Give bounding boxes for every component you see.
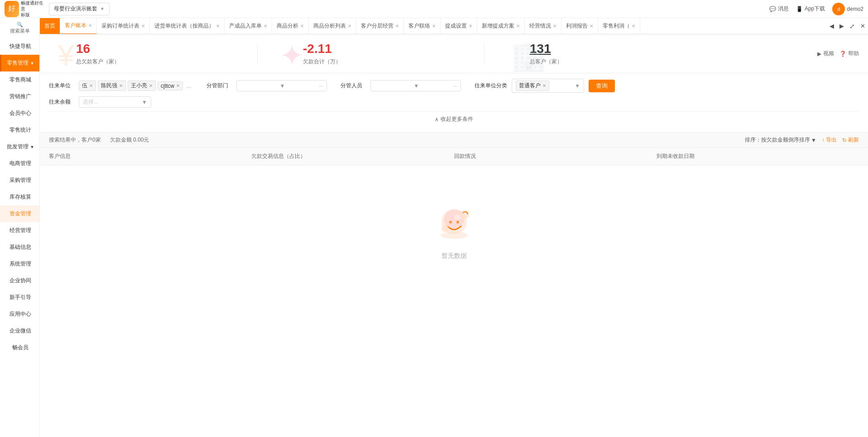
close-icon[interactable]: ✕ — [590, 24, 593, 28]
tab-retail-profit[interactable]: 零售利润（ ✕ — [598, 18, 640, 34]
svg-point-4 — [449, 221, 452, 223]
tab-prev-button[interactable]: ◀ — [827, 23, 837, 29]
tab-next-button[interactable]: ▶ — [837, 23, 847, 29]
stat-divider-1 — [257, 43, 258, 65]
tab-product-inbound[interactable]: 产成品入库单 ✕ — [225, 18, 272, 34]
refresh-button[interactable]: ↻ 刷新 — [842, 136, 859, 144]
tab-customer-accounts[interactable]: 客户账本 ✕ — [60, 18, 97, 34]
avatar: d — [832, 3, 845, 15]
company-selector[interactable]: 母婴行业演示账套 ▼ — [49, 3, 110, 15]
filter-person-select[interactable]: ▼ ··· — [370, 80, 461, 91]
sort-select[interactable]: 排序：按欠款金额倒序排序 ▼ — [745, 136, 816, 144]
sidebar-item-enterprise-wechat[interactable]: 企业微信 — [0, 323, 39, 339]
close-icon[interactable]: ✕ — [88, 23, 92, 28]
user-profile-button[interactable]: d demo2 — [832, 3, 863, 15]
close-icon[interactable]: ✕ — [300, 24, 304, 28]
remove-tag-common-customer[interactable]: ✕ — [542, 83, 546, 88]
tab-customer-tier[interactable]: 客户分层经营 ✕ — [356, 18, 404, 34]
sidebar-item-retail-stats[interactable]: 零售统计 — [0, 122, 39, 138]
tab-customer-contact[interactable]: 客户联络 ✕ — [404, 18, 441, 34]
question-icon: ❓ — [839, 51, 846, 57]
col-header-debt: 欠款交易信息（占比） — [251, 152, 454, 160]
filter-tag-common-customer: 普通客户 ✕ — [516, 81, 549, 91]
filter-person-label: 分管人员 — [340, 82, 366, 90]
search-menu-button[interactable]: 🔍 搜索菜单 — [0, 18, 39, 38]
sidebar-item-capital-mgmt[interactable]: 资金管理 — [0, 205, 39, 222]
tab-inbound-stats[interactable]: 进货单统计表（按商品） ✕ — [150, 18, 225, 34]
filter-tag-chen: 陈民强 ✕ — [98, 81, 126, 91]
sidebar-item-marketing[interactable]: 营销推广 — [0, 88, 39, 105]
close-icon[interactable]: ✕ — [264, 24, 267, 28]
video-button[interactable]: ▶ 视频 — [817, 50, 834, 57]
filter-unit-tags: 伍 ✕ 陈民强 ✕ 王小亮 ✕ — [79, 81, 193, 91]
app-download-button[interactable]: 📱 App下载 — [796, 5, 825, 13]
close-icon[interactable]: ✕ — [432, 24, 436, 28]
stat-debt-label: 欠款合计（万） — [303, 58, 466, 66]
close-icon[interactable]: ✕ — [395, 24, 399, 28]
content-body: ¥ ✦ 🏢 16 总欠款客户（家） -2.11 欠款合计（万） 131 — [40, 34, 868, 437]
filter-row-balance: 往来余额 选择... ▼ — [49, 96, 859, 108]
tab-purchase-order-stats[interactable]: 采购订单统计表 ✕ — [97, 18, 150, 34]
close-icon[interactable]: ✕ — [469, 24, 472, 28]
close-icon[interactable]: ✕ — [516, 24, 520, 28]
stat-bg-icon-debt: ✦ — [280, 39, 304, 72]
sidebar-item-new-user-guide[interactable]: 新手引导 — [0, 289, 39, 306]
sidebar-item-app-center[interactable]: 应用中心 — [0, 306, 39, 323]
collapse-button[interactable]: ∧ 收起更多条件 — [435, 114, 473, 125]
close-icon[interactable]: ✕ — [348, 24, 351, 28]
sidebar-item-ecommerce-mgmt[interactable]: 电商管理 — [0, 155, 39, 172]
sidebar-item-quick-nav[interactable]: 快捷导航 — [0, 38, 39, 55]
close-icon[interactable]: ✕ — [632, 24, 635, 28]
chevron-down-icon: ▼ — [279, 83, 285, 89]
sidebar-item-retail-mgmt[interactable]: 零售管理 ▼ — [0, 55, 39, 71]
sidebar-item-basic-info[interactable]: 基础信息 — [0, 239, 39, 256]
help-button[interactable]: ❓ 帮助 — [839, 50, 859, 57]
close-icon[interactable]: ✕ — [216, 24, 220, 28]
logo-text: 畅捷通好生意 标版 — [21, 0, 45, 18]
remove-tag-chen[interactable]: ✕ — [119, 83, 123, 88]
tab-operation-status[interactable]: 经营情况 ✕ — [525, 18, 561, 34]
tab-product-analysis-list[interactable]: 商品分析列表 ✕ — [309, 18, 356, 34]
filter-unit-label: 往来单位 — [49, 82, 74, 90]
table-header: 客户信息 欠款交易信息（占比） 回款情况 到期未收款日期 — [40, 148, 868, 165]
sidebar-item-enterprise-agreement[interactable]: 企业协同 — [0, 272, 39, 289]
tab-home[interactable]: 首页 — [40, 18, 60, 34]
stat-debt-value: -2.11 — [303, 42, 466, 56]
sidebar-item-system-mgmt[interactable]: 系统管理 — [0, 256, 39, 272]
remove-tag-wu[interactable]: ✕ — [89, 83, 93, 88]
empty-icon — [432, 201, 477, 247]
query-button[interactable]: 查询 — [589, 80, 615, 92]
remove-tag-wang[interactable]: ✕ — [149, 83, 153, 88]
sidebar-item-wholesale-mgmt[interactable]: 批发管理 ▼ — [0, 138, 39, 155]
tab-promotion-settings[interactable]: 提成设置 ✕ — [441, 18, 477, 34]
tab-new-promotion-plan[interactable]: 新增提成方案 ✕ — [477, 18, 525, 34]
sidebar-item-pro-member[interactable]: 畅会员 — [0, 339, 39, 356]
filter-area: 往来单位 伍 ✕ 陈民强 ✕ 王小亮 — [40, 73, 868, 133]
chevron-down-icon: ▼ — [142, 99, 147, 105]
chevron-down-icon: ▼ — [100, 6, 105, 11]
filter-dept-select[interactable]: ▼ ··· — [236, 80, 327, 91]
stat-total-label: 总客户（家） — [530, 58, 684, 66]
tab-expand-button[interactable]: ⤢ — [847, 23, 858, 30]
close-icon[interactable]: ✕ — [141, 24, 145, 28]
message-button[interactable]: 💬 消息 — [769, 5, 789, 13]
sidebar-item-inventory-check[interactable]: 库存核算 — [0, 189, 39, 205]
dept-extra-icon: ··· — [319, 83, 323, 89]
tab-close-all-button[interactable]: ✕ — [858, 23, 868, 29]
col-header-date: 到期未收款日期 — [657, 152, 859, 160]
sidebar-item-retail-mall[interactable]: 零售商城 — [0, 71, 39, 88]
logo-area: 好 畅捷通好生意 标版 — [5, 0, 44, 18]
stat-total-value: 131 — [530, 42, 684, 56]
sidebar-item-operations-mgmt[interactable]: 经营管理 — [0, 222, 39, 239]
sidebar-item-purchase-mgmt[interactable]: 采购管理 — [0, 172, 39, 189]
tab-profit-report[interactable]: 利润报告 ✕ — [561, 18, 598, 34]
export-button[interactable]: ↑ 导出 — [822, 136, 837, 144]
tab-product-analysis[interactable]: 商品分析 ✕ — [272, 18, 309, 34]
sidebar-item-membership[interactable]: 会员中心 — [0, 105, 39, 122]
filter-balance-select[interactable]: 选择... ▼ — [79, 96, 151, 108]
close-icon[interactable]: ✕ — [553, 24, 556, 28]
filter-unit-class-label: 往来单位分类 — [475, 82, 507, 90]
filter-more-button[interactable]: ... — [185, 82, 193, 90]
filter-unit-class-select[interactable]: 普通客户 ✕ ▼ — [512, 79, 584, 93]
remove-tag-cjttcw[interactable]: ✕ — [176, 83, 180, 88]
